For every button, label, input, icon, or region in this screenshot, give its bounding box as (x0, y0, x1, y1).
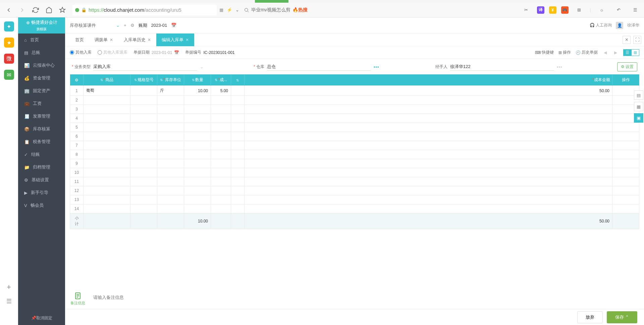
apps-icon[interactable]: ⊞ (573, 4, 585, 16)
shield-icon (75, 8, 79, 12)
qr-icon[interactable]: ▦ (219, 7, 223, 12)
ext-game-icon[interactable]: 🎮 (561, 6, 569, 14)
brightness-icon[interactable]: ☼ (596, 4, 608, 16)
bolt-icon[interactable]: ⚡ (227, 7, 232, 12)
browser-toolbar: 🔒 https://cloud.chanjet.com/accounting/u… (0, 3, 644, 17)
ext-yen-icon[interactable]: ¥ (549, 6, 556, 14)
hot-badge: 🔥热搜 (292, 7, 308, 13)
bookmark-button[interactable] (56, 4, 68, 16)
reload-button[interactable] (30, 4, 42, 16)
undo-icon[interactable]: ↶ (612, 4, 625, 16)
nav-back-button[interactable] (3, 4, 15, 16)
dropdown-icon[interactable]: ⌄ (235, 7, 239, 12)
url-text: https://cloud.chanjet.com/accounting/uru… (89, 7, 181, 13)
search-box[interactable]: 毕业mv视频怎么剪 🔥热搜 (244, 5, 311, 15)
nav-forward-button[interactable] (16, 4, 28, 16)
svg-point-0 (245, 8, 248, 11)
menu-icon[interactable]: ☰ (629, 4, 641, 16)
lock-icon: 🔒 (81, 7, 87, 12)
scissors-icon[interactable]: ✂ (520, 4, 532, 16)
search-icon (244, 7, 249, 13)
home-button[interactable] (43, 4, 55, 16)
address-bar[interactable]: 🔒 https://cloud.chanjet.com/accounting/u… (72, 5, 217, 15)
search-placeholder: 毕业mv视频怎么剪 (251, 7, 290, 13)
ext-translate-icon[interactable]: 译 (537, 6, 544, 14)
